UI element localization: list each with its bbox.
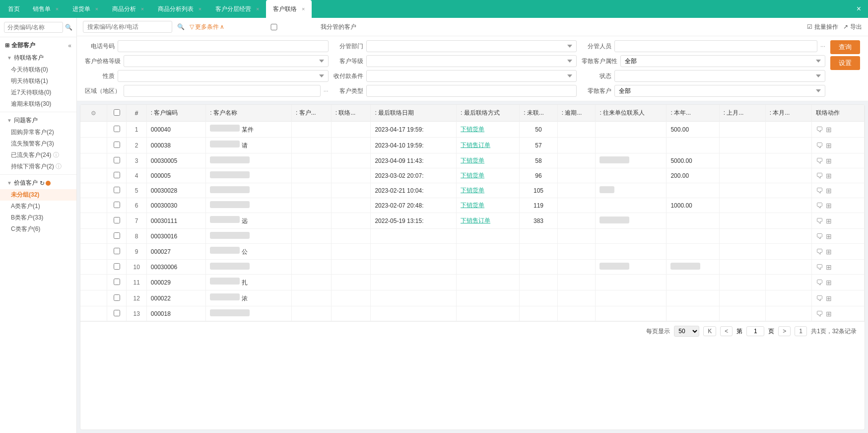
- grid-action-icon[interactable]: ⊞: [826, 202, 832, 210]
- grid-action-icon[interactable]: ⊞: [826, 142, 832, 149]
- contact-method-link[interactable]: 下销售订单: [461, 142, 490, 148]
- contact-method-link[interactable]: 下销货单: [461, 157, 484, 164]
- phone-input[interactable]: [118, 40, 329, 52]
- row-checkbox[interactable]: [114, 248, 120, 254]
- manager-dots[interactable]: ···: [820, 43, 825, 50]
- page-size-select[interactable]: 50 100 200: [674, 326, 699, 337]
- tab-customer-contact[interactable]: 客户联络 ×: [266, 0, 312, 18]
- row-checkbox[interactable]: [114, 157, 120, 163]
- cust-level-select[interactable]: [366, 55, 577, 67]
- dept-select[interactable]: [366, 40, 577, 52]
- grid-action-icon[interactable]: ⊞: [826, 172, 832, 180]
- tab-goods-list[interactable]: 商品分析列表 ×: [151, 0, 208, 18]
- row-checkbox[interactable]: [114, 310, 120, 316]
- grid-action-icon[interactable]: ⊞: [826, 310, 832, 318]
- tab-sales[interactable]: 销售单 ×: [26, 0, 66, 18]
- settings-icon[interactable]: ⚙: [91, 110, 96, 117]
- message-action-icon[interactable]: 🗨: [816, 310, 823, 318]
- tab-customer-segment-close[interactable]: ×: [256, 6, 259, 12]
- message-action-icon[interactable]: 🗨: [816, 294, 823, 302]
- next-page-button[interactable]: >: [778, 326, 791, 336]
- main-search-icon[interactable]: 🔍: [177, 23, 185, 30]
- sidebar-group-problem[interactable]: ▼ 问题客户: [0, 114, 76, 127]
- grid-action-icon[interactable]: ⊞: [826, 279, 832, 287]
- grid-action-icon[interactable]: ⊞: [826, 232, 832, 240]
- sidebar-all-customers[interactable]: ⊞ 全部客户 «: [0, 37, 76, 52]
- row-checkbox[interactable]: [114, 217, 120, 223]
- batch-ops-button[interactable]: ☑ 批量操作: [807, 23, 838, 31]
- tab-purchase[interactable]: 进货单 ×: [66, 0, 105, 18]
- row-checkbox[interactable]: [114, 126, 120, 132]
- select-all-checkbox[interactable]: [114, 109, 120, 116]
- sidebar-item-7days-pending[interactable]: 近7天待联络(0): [0, 87, 76, 98]
- grid-action-icon[interactable]: ⊞: [826, 217, 832, 225]
- sidebar-item-today-pending[interactable]: 今天待联络(0): [0, 64, 76, 75]
- grid-action-icon[interactable]: ⊞: [826, 187, 832, 195]
- message-action-icon[interactable]: 🗨: [816, 232, 823, 240]
- row-checkbox[interactable]: [114, 142, 120, 148]
- sidebar-item-tomorrow-pending[interactable]: 明天待联络(1): [0, 75, 76, 87]
- sidebar-item-declining[interactable]: 持续下滑客户(2) ⓘ: [0, 161, 76, 172]
- page-number-input[interactable]: [746, 326, 764, 336]
- message-action-icon[interactable]: 🗨: [816, 202, 823, 210]
- message-action-icon[interactable]: 🗨: [816, 217, 823, 225]
- reset-button[interactable]: 设置: [830, 56, 860, 70]
- sidebar-collapse-icon[interactable]: «: [68, 42, 71, 49]
- message-action-icon[interactable]: 🗨: [816, 157, 823, 165]
- my-customers-checkbox[interactable]: [229, 24, 319, 30]
- sidebar-group-pending[interactable]: ▼ 待联络客户: [0, 52, 76, 64]
- more-conditions-button[interactable]: ▽ 更多条件 ∧: [190, 23, 224, 31]
- tab-customer-contact-close[interactable]: ×: [302, 6, 305, 12]
- region-input[interactable]: [124, 85, 321, 97]
- contact-method-link[interactable]: 下销货单: [461, 126, 484, 133]
- message-action-icon[interactable]: 🗨: [816, 172, 823, 180]
- grid-action-icon[interactable]: ⊞: [826, 294, 832, 302]
- tab-goods-list-close[interactable]: ×: [199, 6, 201, 12]
- message-action-icon[interactable]: 🗨: [816, 142, 823, 149]
- cust-type-input[interactable]: [366, 85, 577, 97]
- sidebar-item-class-b[interactable]: B类客户(33): [0, 212, 76, 223]
- grid-action-icon[interactable]: ⊞: [826, 248, 832, 256]
- status-select[interactable]: [614, 70, 825, 82]
- manager-input[interactable]: [614, 40, 817, 52]
- sidebar-search-icon[interactable]: 🔍: [65, 24, 72, 31]
- tab-purchase-close[interactable]: ×: [95, 6, 98, 12]
- message-action-icon[interactable]: 🗨: [816, 126, 823, 134]
- last-page-button[interactable]: 1: [795, 326, 807, 336]
- row-checkbox[interactable]: [114, 263, 120, 270]
- main-search-input[interactable]: [83, 21, 172, 33]
- row-checkbox[interactable]: [114, 172, 120, 178]
- row-checkbox[interactable]: [114, 279, 120, 285]
- tab-sales-close[interactable]: ×: [56, 6, 59, 12]
- first-page-button[interactable]: K: [703, 326, 716, 336]
- message-action-icon[interactable]: 🗨: [816, 279, 823, 287]
- retail-cust-select[interactable]: 全部: [614, 85, 825, 97]
- sidebar-search-input[interactable]: [4, 22, 63, 33]
- row-checkbox[interactable]: [114, 202, 120, 208]
- row-checkbox[interactable]: [114, 187, 120, 193]
- prev-page-button[interactable]: <: [720, 326, 733, 336]
- contact-method-link[interactable]: 下销售订单: [461, 217, 490, 224]
- row-checkbox[interactable]: [114, 232, 120, 239]
- retail-attr-select[interactable]: 全部: [620, 55, 825, 67]
- region-dots[interactable]: ···: [324, 87, 329, 94]
- contact-method-link[interactable]: 下销货单: [461, 172, 484, 179]
- sidebar-group-value[interactable]: ▼ 价值客户 ↻: [0, 177, 76, 189]
- row-checkbox[interactable]: [114, 294, 120, 301]
- tab-customer-segment[interactable]: 客户分层经营 ×: [208, 0, 266, 18]
- message-action-icon[interactable]: 🗨: [816, 248, 823, 256]
- contact-method-link[interactable]: 下销货单: [461, 187, 484, 194]
- tab-home[interactable]: 首页: [2, 0, 26, 18]
- grid-action-icon[interactable]: ⊞: [826, 126, 832, 134]
- close-all-button[interactable]: ×: [852, 4, 866, 13]
- message-action-icon[interactable]: 🗨: [816, 263, 823, 271]
- contact-method-link[interactable]: 下销货单: [461, 202, 484, 209]
- grid-action-icon[interactable]: ⊞: [826, 157, 832, 165]
- price-level-select[interactable]: [124, 55, 329, 67]
- nature-select[interactable]: [118, 70, 329, 82]
- sidebar-item-class-a[interactable]: A类客户(1): [0, 201, 76, 212]
- sidebar-item-abnormal[interactable]: 固购异常客户(2): [0, 127, 76, 138]
- sidebar-item-class-c[interactable]: C类客户(6): [0, 223, 76, 235]
- sidebar-item-churned[interactable]: 已流失客户(24) ⓘ: [0, 149, 76, 161]
- query-button[interactable]: 查询: [830, 40, 860, 54]
